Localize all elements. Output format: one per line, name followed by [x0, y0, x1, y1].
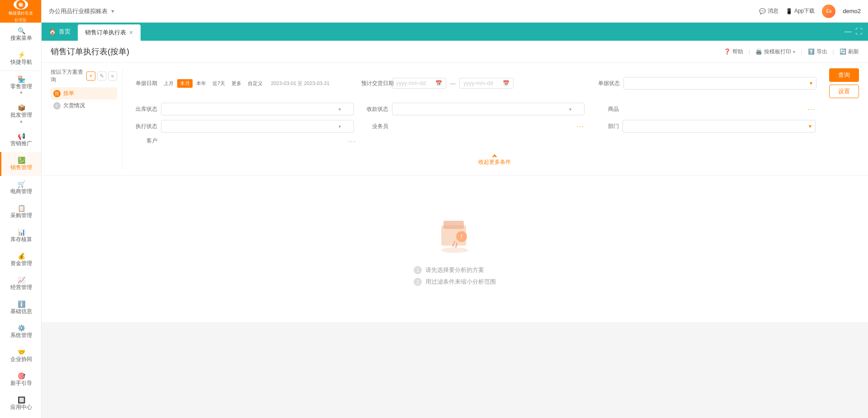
- date-tab-this-year[interactable]: 本年: [193, 79, 209, 88]
- retail-arrow: ▼: [19, 90, 24, 95]
- filter-row-1: 单据日期 上月 本月 本年 近7天 更多 自定义 2023-03-01 至 20…: [130, 68, 859, 98]
- query-button[interactable]: 查询: [829, 68, 859, 82]
- app-download-action[interactable]: 📱 App下载: [786, 7, 815, 15]
- sidebar-item-app-center[interactable]: 🔲 应用中心: [0, 392, 41, 416]
- refresh-label: 刷新: [848, 48, 859, 56]
- svg-text:畅: 畅: [19, 2, 23, 7]
- sidebar-item-wholesale[interactable]: 📦 批发管理 ▲: [0, 100, 41, 128]
- help-btn[interactable]: ❓ 帮助: [724, 48, 743, 56]
- filter-collapse-btn[interactable]: «: [108, 71, 117, 81]
- out-status-group: 出库状态 ▾: [130, 103, 354, 115]
- goods-more-btn[interactable]: ···: [807, 105, 816, 113]
- separator-2: |: [801, 48, 802, 55]
- sidebar-item-operations[interactable]: 📈 经营管理: [0, 272, 41, 296]
- customer-more-btn[interactable]: ···: [348, 138, 356, 145]
- ecommerce-icon: 🛒: [18, 180, 25, 188]
- sidebar-item-retail[interactable]: 🏪 零售管理 ▼: [0, 71, 41, 100]
- filter-sidebar-header: 按以下方案查询 + ✎ «: [51, 68, 117, 84]
- estimated-date-end[interactable]: yyyy-mm-dd 📅: [459, 78, 514, 89]
- date-tab-last-7[interactable]: 近7天: [210, 79, 228, 88]
- separator-3: |: [833, 48, 834, 55]
- print-dropdown-icon: ▾: [793, 49, 795, 54]
- finance-icon: 💰: [18, 252, 25, 260]
- logo-icon: 畅: [14, 0, 28, 10]
- tab-sales-order[interactable]: 销售订单执行表 ✕: [78, 24, 141, 41]
- sidebar-item-finance[interactable]: 💰 资金管理: [0, 248, 41, 272]
- header-dropdown-icon[interactable]: ▾: [111, 8, 114, 14]
- payment-status-arrow: ▾: [569, 107, 571, 112]
- maximize-icon[interactable]: ⛶: [855, 28, 863, 36]
- empty-icon: !: [432, 212, 477, 257]
- export-label: 导出: [816, 48, 827, 56]
- tab-home[interactable]: 🏠 首页: [42, 23, 78, 41]
- sidebar-item-new-user[interactable]: 🎯 新手引导: [0, 368, 41, 392]
- date-tab-more[interactable]: 更多: [229, 79, 244, 88]
- tip-num-1: 1: [414, 266, 422, 274]
- filter-edit-btn[interactable]: ✎: [97, 71, 106, 81]
- settings-button[interactable]: 设置: [829, 85, 859, 98]
- estimated-date-start[interactable]: yyyy-mm-dd 📅: [392, 78, 446, 89]
- empty-tips: 1 请先选择要分析的方案 2 用过滤条件来缩小分析范围: [414, 266, 496, 286]
- doc-status-select[interactable]: ▾: [623, 77, 816, 90]
- date-separator: —: [450, 80, 456, 87]
- sidebar-item-corp-wechat[interactable]: 💬 企业微信: [0, 416, 41, 418]
- salesperson-more-btn[interactable]: ···: [577, 123, 585, 130]
- sidebar-label-inventory: 库存核算: [10, 236, 32, 243]
- calendar-start-icon: 📅: [435, 80, 442, 86]
- app-center-icon: 🔲: [18, 396, 25, 404]
- sidebar-item-search-menu[interactable]: 🔍 搜索菜单: [0, 23, 41, 47]
- date-tab-custom[interactable]: 自定义: [245, 79, 265, 88]
- sidebar-label-wholesale: 批发管理: [10, 111, 32, 119]
- dept-select[interactable]: ▾: [623, 120, 816, 133]
- svg-text:!: !: [461, 233, 462, 240]
- refresh-btn[interactable]: 🔄 刷新: [840, 48, 859, 56]
- header-left: 办公用品行业模拟账表 ▾: [49, 7, 114, 15]
- salesperson-group: 业务员 ···: [361, 123, 585, 130]
- sidebar-item-basic-info[interactable]: ℹ️ 基础信息: [0, 296, 41, 320]
- customer-group: 客户 ···: [130, 137, 356, 145]
- sidebar-label-marketing: 营销推广: [10, 140, 32, 147]
- dept-arrow: ▾: [809, 123, 811, 129]
- sidebar-label-new-user: 新手引导: [10, 380, 32, 387]
- logo[interactable]: 畅 畅捷通好生意 标准版: [0, 0, 41, 23]
- filter-option-by-order[interactable]: 按 按单: [51, 87, 117, 100]
- message-action[interactable]: 💬 消息: [759, 7, 778, 15]
- print-btn[interactable]: 🖨️ 按模板打印 ▾: [755, 48, 795, 56]
- sidebar-item-quick-nav[interactable]: ⚡ 快捷导航: [0, 47, 41, 71]
- sidebar-label-system: 系统管理: [10, 332, 32, 339]
- filter-layout: 按以下方案查询 + ✎ «: [51, 68, 859, 170]
- filter-row-3: 执行状态 ▾ 业务员 ···: [130, 120, 859, 133]
- date-tab-last-month[interactable]: 上月: [161, 79, 176, 88]
- sidebar-item-inventory[interactable]: 📊 库存核算: [0, 224, 41, 248]
- sidebar-item-purchase[interactable]: 📋 采购管理: [0, 200, 41, 224]
- help-icon: ❓: [724, 48, 731, 55]
- estimated-date-group: 预计交货日期 yyyy-mm-dd 📅 — yyyy-mm-dd 📅: [361, 78, 585, 89]
- collapse-more-btn[interactable]: 收起更多条件: [130, 149, 859, 170]
- filter-add-btn[interactable]: +: [86, 71, 95, 81]
- tab-close-icon[interactable]: ✕: [129, 29, 133, 36]
- user-name[interactable]: demo2: [843, 8, 861, 14]
- sidebar-item-ecommerce[interactable]: 🛒 电商管理: [0, 176, 41, 200]
- date-tabs: 上月 本月 本年 近7天 更多 自定义: [161, 79, 265, 88]
- sidebar-label-sales: 销售管理: [10, 164, 32, 171]
- export-btn[interactable]: ⬆️ 导出: [808, 48, 827, 56]
- sidebar-item-marketing[interactable]: 📢 营销推广: [0, 128, 41, 152]
- tip-text-2: 用过滤条件来缩小分析范围: [425, 278, 496, 286]
- sidebar-item-system[interactable]: ⚙️ 系统管理: [0, 320, 41, 344]
- filter-option-receivable[interactable]: © 欠货情况: [51, 100, 117, 112]
- action-buttons: 查询 设置: [829, 68, 859, 98]
- exec-status-label: 执行状态: [130, 123, 157, 130]
- out-status-select[interactable]: ▾: [161, 103, 354, 115]
- edit-icon: ✎: [99, 73, 104, 79]
- receivable-label: 欠货情况: [63, 102, 85, 109]
- payment-status-select[interactable]: ▾: [392, 103, 585, 115]
- exec-status-select[interactable]: ▾: [161, 120, 354, 133]
- user-avatar[interactable]: Ea: [822, 5, 835, 18]
- search-menu-icon: 🔍: [18, 27, 25, 34]
- minimize-icon[interactable]: —: [844, 28, 852, 36]
- sidebar-item-sales[interactable]: 💹 销售管理: [0, 152, 41, 176]
- header-title: 办公用品行业模拟账表: [49, 7, 108, 15]
- sidebar-item-enterprise[interactable]: 🤝 企业协同: [0, 344, 41, 368]
- filter-sidebar: 按以下方案查询 + ✎ «: [51, 68, 123, 170]
- date-tab-this-month[interactable]: 本月: [177, 79, 193, 88]
